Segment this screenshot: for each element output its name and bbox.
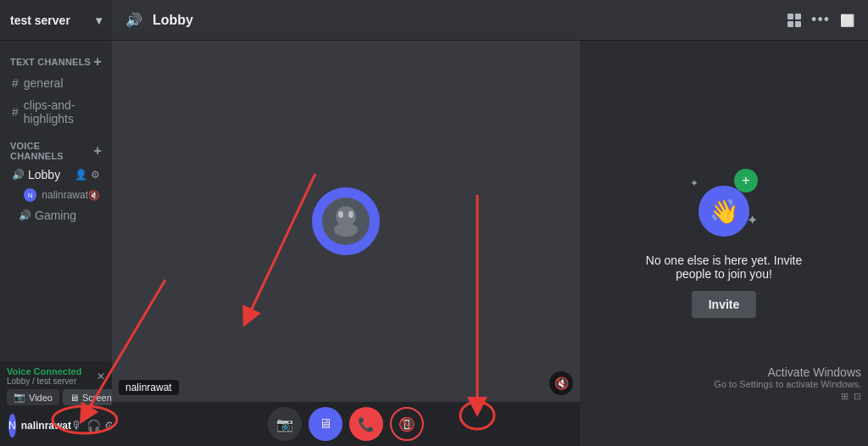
hash-icon-clips: # [12, 105, 19, 119]
voice-channels-header: VOICE CHANNELS + [7, 141, 105, 161]
invite-panel: ✦ ✦ ✦ 👋 + No one else is here yet. Invit… [580, 41, 868, 446]
settings-icon[interactable]: ⚙ [91, 169, 100, 181]
invite-main-circle: 👋 [698, 186, 749, 237]
channel-item-general[interactable]: # general [7, 73, 105, 93]
screen-button[interactable]: 🖥 Screen [63, 389, 119, 405]
vc-username: nalinrawat [42, 189, 88, 201]
username: nalinrawat [21, 420, 71, 432]
camera-toolbar-button[interactable]: 📷 [268, 407, 302, 441]
video-button[interactable]: 📷 Video [7, 389, 59, 405]
voice-channels-label: VOICE CHANNELS [10, 141, 93, 161]
mic-icon[interactable]: 🎙 [71, 419, 83, 432]
headset-icon[interactable]: 🎧 [86, 419, 101, 432]
video-area: nalinrawat 🔇 📷 🖥 📞 📵 [112, 41, 580, 446]
invite-text: No one else is here yet. Invite people t… [639, 254, 809, 281]
screen-label: Screen [82, 393, 112, 403]
channel-header: 🔊 Lobby ••• ⬜ [112, 0, 868, 41]
hangup-icon: 📞 [358, 416, 375, 432]
more-header-icon[interactable]: ••• [811, 11, 830, 29]
wave-icon: 👋 [709, 198, 739, 226]
layout-icon[interactable] [787, 14, 801, 27]
voice-channels-section: VOICE CHANNELS + 🔊 Lobby 👤 ⚙ N nalinrawa… [0, 134, 112, 231]
sidebar: test server ▾ TEXT CHANNELS + # general … [0, 0, 112, 446]
screen-icon: 🖥 [70, 393, 79, 403]
text-channels-label: TEXT CHANNELS [10, 57, 91, 67]
text-channels-header: TEXT CHANNELS + [7, 54, 105, 70]
screen-share-icon: 🖥 [319, 416, 332, 432]
hash-icon: # [12, 76, 19, 90]
user-controls: 🎙 🎧 ⚙ [71, 419, 115, 432]
screen-share-toolbar-button[interactable]: 🖥 [309, 407, 342, 441]
svg-point-3 [348, 211, 353, 218]
vc-disconnect-icon[interactable]: ✕ [97, 371, 105, 382]
video-icon: 📷 [14, 392, 25, 403]
user-in-lobby: N nalinrawat 🔇 [7, 187, 105, 203]
camera-toolbar-icon: 📷 [276, 416, 293, 432]
mute-icon: 🔇 [549, 371, 573, 395]
vc-status: Voice Connected [7, 366, 81, 376]
lobby-controls: 👤 ⚙ [75, 169, 100, 181]
vc-toolbar: 📷 🖥 📞 📵 [112, 402, 580, 446]
end-call-icon: 📵 [398, 416, 415, 432]
text-channels-section: TEXT CHANNELS + # general # clips-and-hi… [0, 41, 112, 134]
speaker-icon-lobby: 🔊 [12, 169, 25, 181]
server-name: test server [10, 14, 70, 27]
hangup-button[interactable]: 📞 [349, 407, 383, 441]
speaker-icon-gaming: 🔊 [19, 209, 31, 221]
server-header[interactable]: test server ▾ [0, 0, 112, 41]
server-chevron: ▾ [96, 14, 102, 27]
video-username: nalinrawat [119, 380, 179, 395]
user-avatar-large [312, 187, 380, 255]
end-call-button[interactable]: 📵 [390, 407, 424, 441]
vc-content-area: nalinrawat 🔇 📷 🖥 📞 📵 [112, 41, 868, 446]
voice-channel-lobby-name: Lobby [28, 168, 60, 181]
bottom-bar: Voice Connected Lobby / test server ✕ 📷 … [0, 361, 112, 446]
invite-button[interactable]: Invite [692, 291, 757, 318]
invite-illustration: ✦ ✦ ✦ 👋 + [690, 169, 758, 237]
plus-icon: + [742, 173, 749, 188]
mini-avatar-nalinrawat: N [24, 188, 36, 202]
bottom-panel: Voice Connected Lobby / test server ✕ 📷 … [0, 361, 112, 446]
video-tile: nalinrawat 🔇 [112, 41, 580, 402]
fullscreen-icon[interactable]: ⬜ [840, 14, 854, 27]
user-panel: N nalinrawat 🎙 🎧 ⚙ [7, 410, 105, 441]
invite-green-circle: + [734, 169, 758, 192]
header-right: ••• ⬜ [787, 11, 854, 29]
video-label: Video [29, 393, 53, 403]
voice-connected-bar: Voice Connected Lobby / test server ✕ [7, 366, 105, 386]
deafen-icon: 🔇 [88, 190, 100, 201]
voice-channel-gaming-name: Gaming [35, 209, 76, 222]
channel-name-general: general [24, 76, 64, 90]
sparkle-1: ✦ [690, 177, 698, 189]
voice-connected-info: Voice Connected Lobby / test server [7, 366, 81, 386]
channel-header-speaker: 🔊 [125, 12, 142, 28]
voice-channel-gaming[interactable]: 🔊 Gaming [14, 205, 98, 226]
channel-header-name: Lobby [153, 13, 193, 28]
channel-name-clips: clips-and-highlights [24, 98, 100, 125]
video-screen-buttons: 📷 Video 🖥 Screen [7, 389, 105, 405]
avatar: N [8, 414, 16, 438]
add-voice-channel-button[interactable]: + [93, 143, 102, 159]
vc-channel-path: Lobby / test server [7, 376, 81, 386]
user-count-icon: 👤 [75, 169, 87, 181]
svg-point-2 [338, 211, 343, 218]
add-text-channel-button[interactable]: + [93, 54, 102, 70]
main-content: 🔊 Lobby ••• ⬜ [112, 0, 868, 446]
channel-item-clips[interactable]: # clips-and-highlights [7, 95, 105, 129]
svg-point-4 [334, 223, 358, 237]
voice-channel-lobby[interactable]: 🔊 Lobby 👤 ⚙ [7, 164, 105, 185]
